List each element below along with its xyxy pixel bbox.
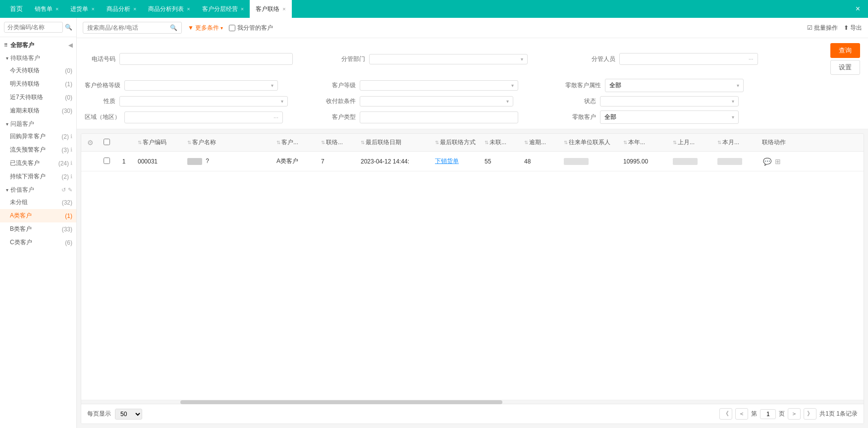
sidebar-group-value[interactable]: ▾ 价值客户 ↺ ✎ (0, 183, 76, 196)
window-close-button[interactable]: × (852, 4, 864, 13)
table-col-action[interactable]: 联络动作 (758, 138, 798, 147)
row-checkbox-input[interactable] (104, 158, 110, 164)
row-this-month (713, 158, 758, 165)
region-select[interactable]: ··· (124, 111, 283, 123)
table-col-last-date[interactable]: ⇅ 最后联络日期 (357, 138, 431, 147)
table-col-last-month[interactable]: ⇅ 上月... (669, 138, 713, 147)
status-select[interactable]: ▾ (600, 96, 739, 107)
sidebar-item-today-pending[interactable]: 今天待联络 (0) (0, 64, 76, 77)
sidebar-search-icon[interactable]: 🔍 (65, 24, 72, 31)
export-button[interactable]: ⬆ 导出 (844, 24, 862, 32)
price-level-select[interactable]: ▾ (124, 80, 278, 91)
table-col-uncontact[interactable]: ⇅ 未联... (481, 138, 520, 147)
nature-select[interactable]: ▾ (119, 96, 288, 107)
phone-input[interactable] (119, 53, 293, 65)
sidebar-item-7day-pending[interactable]: 近7天待联络 (0) (0, 91, 76, 104)
row-checkbox[interactable] (99, 158, 114, 165)
refresh-icon[interactable]: ↺ (61, 187, 66, 193)
horizontal-scrollbar[interactable] (81, 400, 864, 404)
sidebar-collapse-icon[interactable]: ◀ (68, 42, 72, 49)
page-number-input[interactable] (760, 409, 776, 419)
nav-home[interactable]: 首页 (4, 0, 29, 18)
query-button[interactable]: 查询 (830, 43, 860, 58)
my-customers-checkbox-input[interactable] (229, 25, 235, 31)
prev-page-button[interactable]: ＜ (735, 408, 748, 420)
page-end-label: 页 (779, 410, 785, 418)
sidebar-item-class-a[interactable]: A类客户 (1) (0, 209, 76, 222)
sidebar-item-tomorrow-pending[interactable]: 明天待联络 (1) (0, 77, 76, 91)
table-body: 1 000031 ? A类客户 7 2023-04-12 14:44: 下销货单… (81, 152, 864, 400)
table-col-overdue[interactable]: ⇅ 逾期... (520, 138, 560, 147)
qr-action-icon[interactable]: ⊞ (775, 158, 781, 165)
table-col-settings[interactable]: ⚙ (81, 139, 99, 147)
sidebar-item-declining[interactable]: 持续下滑客户 (2) ℹ (0, 170, 76, 183)
sidebar-group-pending[interactable]: ▾ 待联络客户 (0, 52, 76, 64)
sidebar-item-overdue-pending[interactable]: 逾期未联络 (30) (0, 104, 76, 117)
payment-select[interactable]: ▾ (360, 96, 513, 107)
table-col-code[interactable]: ⇅ 客户编码 (134, 138, 183, 147)
filter-phone: 电话号码 (85, 53, 325, 65)
person-select[interactable]: ··· (619, 53, 758, 65)
sidebar-item-churn-warning[interactable]: 流失预警客户 (3) ℹ (0, 143, 76, 157)
advanced-filter-panel: 电话号码 分管部门 ▾ 分管人员 ··· (77, 38, 868, 129)
row-last-method[interactable]: 下销货单 (431, 157, 481, 165)
nav-tab-analysis[interactable]: 商品分析 × (101, 0, 142, 18)
sidebar-item-churned[interactable]: 已流失客户 (24) ℹ (0, 157, 76, 170)
sidebar-item-class-c[interactable]: C类客户 (6) (0, 236, 76, 249)
customer-type-input[interactable] (360, 111, 518, 123)
sidebar-search-input[interactable] (4, 22, 63, 33)
table-col-last-method[interactable]: ⇅ 最后联络方式 (431, 138, 481, 147)
table-col-contact[interactable]: ⇅ 联络... (317, 138, 357, 147)
batch-operation-button[interactable]: ☑ 批量操作 (807, 24, 838, 32)
sidebar-group-problem[interactable]: ▾ 问题客户 (0, 117, 76, 130)
next-page-button[interactable]: ＞ (788, 408, 801, 420)
table-col-this-month[interactable]: ⇅ 本月... (713, 138, 758, 147)
customer-type-label: 客户类型 (325, 113, 360, 121)
export-icon: ⬆ (844, 24, 849, 31)
close-tab-active-icon[interactable]: × (282, 6, 285, 12)
customer-level-select[interactable]: ▾ (360, 80, 518, 91)
nav-tab-customer-contact[interactable]: 客户联络 × (250, 0, 291, 18)
filter-bar: 🔍 ▼ 更多条件 ▾ 我分管的客户 ☑ 批量操作 ⬆ 导出 (77, 18, 868, 38)
price-level-arrow-icon: ▾ (271, 83, 273, 88)
retail-select[interactable]: 全部 ▾ (600, 110, 739, 124)
last-method-link[interactable]: 下销货单 (435, 158, 459, 164)
sidebar-item-class-b[interactable]: B类客户 (33) (0, 222, 76, 236)
nav-tab-sales[interactable]: 销售单 × (29, 0, 64, 18)
chat-action-icon[interactable]: 💬 (763, 158, 771, 165)
sidebar-item-abnormal-repurchase[interactable]: 回购异常客户 (2) ℹ (0, 130, 76, 143)
page-size-select[interactable]: 50 100 200 (115, 409, 142, 420)
setting-button[interactable]: 设置 (830, 60, 860, 75)
table-col-type[interactable]: ⇅ 客户... (272, 138, 317, 147)
table-col-history-contact[interactable]: ⇅ 往来单位联系人 (560, 138, 619, 147)
retail-attr-select[interactable]: 全部 ▾ (605, 79, 744, 92)
top-nav: 首页 销售单 × 进货单 × 商品分析 × 商品分析列表 × 客户分层经营 × … (0, 0, 868, 18)
scrollbar-thumb[interactable] (180, 400, 502, 404)
row-last-date: 2023-04-12 14:44: (357, 158, 431, 165)
check-all-checkbox[interactable] (104, 139, 110, 145)
filter-search-icon[interactable]: 🔍 (170, 24, 177, 31)
close-tab-icon[interactable]: × (133, 6, 136, 12)
table-col-name[interactable]: ⇅ 客户名称 (183, 138, 272, 147)
nav-tab-analysis-list[interactable]: 商品分析列表 × (142, 0, 196, 18)
settings-gear-icon[interactable]: ⚙ (87, 139, 94, 147)
last-page-button[interactable]: 》 (804, 408, 816, 420)
payment-arrow-icon: ▾ (506, 99, 509, 104)
more-filters-button[interactable]: ▼ 更多条件 ▾ (188, 24, 223, 32)
edit-icon[interactable]: ✎ (68, 187, 72, 193)
nav-tab-customer-segment[interactable]: 客户分层经营 × (196, 0, 250, 18)
close-tab-icon[interactable]: × (187, 6, 190, 12)
sidebar-all-customers-header[interactable]: ⠿ 全部客户 ◀ (0, 37, 76, 52)
nav-tab-purchase[interactable]: 进货单 × (64, 0, 100, 18)
close-tab-icon[interactable]: × (241, 6, 244, 12)
select-dept-arrow-icon: ▾ (521, 56, 523, 62)
table-col-check-all[interactable] (99, 139, 114, 147)
filter-search-input[interactable] (87, 24, 170, 31)
dept-select[interactable]: ▾ (369, 54, 528, 64)
first-page-button[interactable]: 《 (719, 408, 732, 420)
close-tab-icon[interactable]: × (55, 6, 58, 12)
sidebar-item-ungrouped[interactable]: 未分组 (32) (0, 196, 76, 209)
dept-label: 分管部门 (334, 55, 369, 63)
table-col-this-year[interactable]: ⇅ 本年... (619, 138, 669, 147)
close-tab-icon[interactable]: × (91, 6, 94, 12)
